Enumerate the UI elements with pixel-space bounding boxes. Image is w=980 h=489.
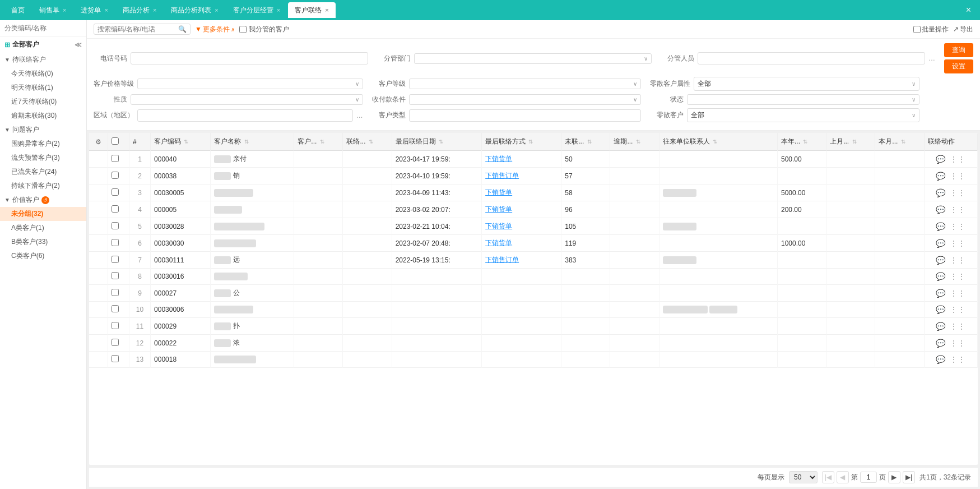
col-partner[interactable]: 往来单位联系人 ⇅ [659,133,777,151]
col-last-month[interactable]: 上月... ⇅ [826,133,875,151]
col-check[interactable] [108,133,129,151]
action-more-icon[interactable]: ⋮⋮ [950,305,965,314]
filter-region-dots[interactable]: … [356,112,363,119]
tab-sales-order-close[interactable]: × [63,7,66,13]
sidebar-item-hoarding-anomaly[interactable]: 囤购异常客户(2) [0,137,86,151]
sidebar-search-input[interactable] [4,24,87,32]
row-checkbox[interactable] [112,339,119,346]
action-more-icon[interactable]: ⋮⋮ [950,205,965,214]
window-close-button[interactable]: × [962,5,976,15]
action-message-icon[interactable]: 💬 [936,188,945,197]
row-checkbox[interactable] [112,289,119,296]
action-more-icon[interactable]: ⋮⋮ [950,322,965,331]
sidebar-item-today-pending[interactable]: 今天待联络(0) [0,67,86,81]
filter-nature-select[interactable]: ∨ [131,94,363,105]
my-customers-check[interactable] [239,26,247,33]
select-all-checkbox[interactable] [112,137,119,145]
action-message-icon[interactable]: 💬 [936,355,945,364]
sidebar-item-class-c[interactable]: C类客户(6) [0,249,86,263]
page-input[interactable] [860,472,877,483]
td-check[interactable] [108,168,129,184]
filter-search-box[interactable]: 🔍 [94,24,191,35]
action-message-icon[interactable]: 💬 [936,339,945,348]
row-checkbox[interactable] [112,322,119,329]
tab-sales-order[interactable]: 销售单 × [32,2,73,18]
row-checkbox[interactable] [112,205,119,213]
last-method-link[interactable]: 下销售订单 [485,256,519,264]
tab-customer-segment[interactable]: 客户分层经营 × [226,2,287,18]
action-more-icon[interactable]: ⋮⋮ [950,239,965,248]
all-customers-header[interactable]: ⊞ 全部客户 ≪ [0,36,86,53]
last-method-link[interactable]: 下销货单 [485,239,512,247]
pending-contact-section[interactable]: ▼ 待联络客户 [0,53,86,67]
last-method-link[interactable]: 下销货单 [485,222,512,230]
tab-customer-segment-close[interactable]: × [277,7,280,13]
action-message-icon[interactable]: 💬 [936,256,945,265]
batch-ops-button[interactable]: 批量操作 [913,25,949,34]
action-message-icon[interactable]: 💬 [936,322,945,331]
action-more-icon[interactable]: ⋮⋮ [950,289,965,298]
col-last-method[interactable]: 最后联络方式 ⇅ [482,133,561,151]
action-message-icon[interactable]: 💬 [936,305,945,314]
sidebar-item-churned[interactable]: 已流失客户(24) [0,165,86,179]
row-checkbox[interactable] [112,239,119,246]
tab-product-analysis-close[interactable]: × [153,7,156,13]
row-checkbox[interactable] [112,355,119,362]
filter-customer-type-input[interactable] [409,109,642,122]
td-check[interactable] [108,285,129,302]
action-message-icon[interactable]: 💬 [936,272,945,281]
col-this-month[interactable]: 本月... ⇅ [875,133,924,151]
action-message-icon[interactable]: 💬 [936,289,945,298]
filter-scattered-select[interactable]: 全部 ∨ [687,108,919,122]
tab-customer-contact[interactable]: 客户联络 × [288,2,335,18]
filter-phone-input[interactable] [131,52,368,64]
problem-customers-section[interactable]: ▼ 问题客户 [0,123,86,137]
filter-payment-select[interactable]: ∨ [409,94,642,105]
td-check[interactable] [108,302,129,318]
col-name[interactable]: 客户名称 ⇅ [211,133,294,151]
tab-purchase-order[interactable]: 进货单 × [74,2,114,18]
col-last-date[interactable]: 最后联络日期 ⇅ [392,133,482,151]
action-more-icon[interactable]: ⋮⋮ [950,155,965,164]
filter-price-level-select[interactable]: ∨ [137,79,363,89]
row-checkbox[interactable] [112,155,119,162]
action-more-icon[interactable]: ⋮⋮ [950,222,965,231]
action-more-icon[interactable]: ⋮⋮ [950,256,965,265]
col-overdue[interactable]: 逾期... ⇅ [610,133,659,151]
first-page-button[interactable]: |◀ [822,471,834,483]
row-checkbox[interactable] [112,256,119,263]
td-check[interactable] [108,335,129,352]
sidebar-item-7days-pending[interactable]: 近7天待联络(0) [0,95,86,109]
action-more-icon[interactable]: ⋮⋮ [950,172,965,181]
next-page-button[interactable]: ▶ [888,471,900,483]
col-settings[interactable]: ⚙ [89,133,108,151]
row-checkbox[interactable] [112,272,119,279]
filter-search-icon[interactable]: 🔍 [178,25,187,33]
sidebar-collapse-icon[interactable]: ≪ [75,41,82,49]
row-checkbox[interactable] [112,188,119,196]
sidebar-item-class-b[interactable]: B类客户(33) [0,235,86,249]
last-method-link[interactable]: 下销货单 [485,155,512,163]
page-size-select[interactable]: 50 100 200 [789,471,818,483]
tab-product-analysis-list[interactable]: 商品分析列表 × [164,2,225,18]
export-button[interactable]: ↗ 导出 [953,25,973,34]
action-message-icon[interactable]: 💬 [936,239,945,248]
filter-status-select[interactable]: ∨ [687,94,919,105]
td-check[interactable] [108,201,129,218]
col-no-contact[interactable]: 未联... ⇅ [561,133,610,151]
sidebar-item-tomorrow-pending[interactable]: 明天待联络(1) [0,81,86,95]
last-page-button[interactable]: ▶| [903,471,915,483]
td-check[interactable] [108,184,129,201]
col-this-year[interactable]: 本年... ⇅ [777,133,826,151]
tab-product-analysis-list-close[interactable]: × [215,7,218,13]
query-button[interactable]: 查询 [944,43,973,57]
action-message-icon[interactable]: 💬 [936,205,945,214]
filter-scattered-attr-select[interactable]: 全部 ∨ [694,77,919,91]
filter-search-input[interactable] [97,25,176,33]
col-code[interactable]: 客户编码 ⇅ [151,133,211,151]
tab-customer-contact-close[interactable]: × [325,7,328,13]
filter-manager-dots[interactable]: … [928,54,935,62]
col-contact[interactable]: 联络... ⇅ [343,133,392,151]
tab-home[interactable]: 首页 [4,2,31,18]
value-customers-section[interactable]: ▼ 价值客户 ↺ [0,193,86,207]
